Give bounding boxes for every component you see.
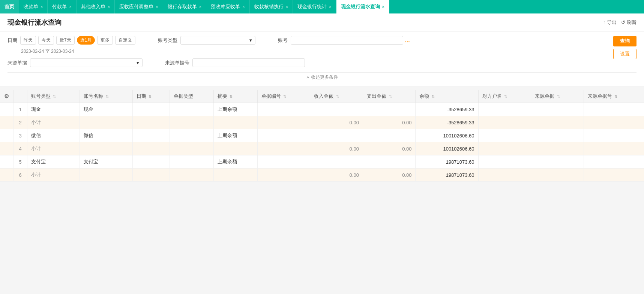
date-filter: 日期 昨天 今天 近7天 近1月 更多 自定义 (8, 36, 135, 45)
table-cell: 微信 (80, 129, 133, 142)
table-cell (132, 116, 170, 129)
table-cell (478, 155, 531, 169)
table-cell (80, 142, 133, 155)
top-nav: 首页收款单×付款单×其他收入单×应收应付调整单×银行存取款单×预收冲应收单×收款… (0, 0, 644, 13)
nav-tab[interactable]: 银行存取款单× (163, 0, 206, 13)
table-cell (213, 116, 257, 129)
table-cell (531, 142, 584, 155)
table-cell: 19871073.60 (416, 155, 478, 169)
account-dots-btn[interactable]: ... (405, 37, 410, 44)
close-tab-icon[interactable]: × (329, 4, 331, 9)
table-cell: 4 (14, 142, 27, 155)
data-table: ⚙ 账号类型 ⇅ 账号名称 ⇅ 日期 ⇅ 单据类型 摘要 ⇅ 单据编号 ⇅ 收入… (0, 90, 644, 182)
table-body: 1现金现金上期余额-3528659.332小计0.000.00-3528659.… (0, 103, 644, 182)
month1-btn[interactable]: 近1月 (77, 36, 95, 45)
table-cell: 100102606.60 (416, 129, 478, 142)
week-btn[interactable]: 近7天 (56, 36, 75, 45)
table-cell: 现金 (27, 103, 80, 116)
more-btn[interactable]: 更多 (97, 36, 113, 45)
table-cell (257, 103, 310, 116)
table-settings-icon[interactable]: ⚙ (4, 93, 9, 99)
table-cell (132, 142, 170, 155)
action-buttons: 查询 设置 (613, 36, 636, 59)
col-source-doc[interactable]: 来源单据 ⇅ (531, 90, 584, 103)
nav-tab[interactable]: 收款单× (19, 0, 48, 13)
col-summary[interactable]: 摘要 ⇅ (213, 90, 257, 103)
account-input[interactable] (291, 36, 403, 45)
table-cell (478, 142, 531, 155)
nav-tab[interactable]: 其他收入单× (77, 0, 115, 13)
col-doc-no[interactable]: 单据编号 ⇅ (257, 90, 310, 103)
export-icon: ↑ (603, 19, 606, 25)
col-account-name[interactable]: 账号名称 ⇅ (80, 90, 133, 103)
table-cell (170, 116, 213, 129)
col-counterparty[interactable]: 对方户名 ⇅ (478, 90, 531, 103)
nav-tab[interactable]: 收款核销执行× (250, 0, 293, 13)
nav-tab[interactable]: 现金银行流水查询× (336, 0, 389, 13)
nav-tab[interactable]: 应收应付调整单× (115, 0, 163, 13)
table-cell (132, 169, 170, 182)
table-cell: 0.00 (310, 142, 363, 155)
table-cell (0, 129, 14, 142)
table-cell (310, 103, 363, 116)
table-cell (531, 129, 584, 142)
settings-button[interactable]: 设置 (613, 49, 636, 59)
page-header: 现金银行流水查询 ↑ 导出 ↺ 刷新 (0, 13, 644, 31)
table-cell (0, 103, 14, 116)
col-num (14, 90, 27, 103)
table-cell (531, 116, 584, 129)
nav-tab[interactable]: 付款单× (48, 0, 76, 13)
col-balance[interactable]: 余额 ⇅ (416, 90, 478, 103)
table-cell: 19871073.60 (416, 169, 478, 182)
table-cell (584, 116, 644, 129)
col-settings[interactable]: ⚙ (0, 90, 14, 103)
table-cell (310, 155, 363, 169)
account-filter: 账号 ... (278, 36, 410, 45)
table-cell (257, 129, 310, 142)
export-button[interactable]: ↑ 导出 (603, 19, 617, 26)
close-tab-icon[interactable]: × (156, 4, 158, 9)
custom-btn[interactable]: 自定义 (115, 36, 135, 45)
table-cell (478, 103, 531, 116)
account-type-select[interactable]: ▾ (180, 36, 255, 45)
table-cell (132, 155, 170, 169)
table-area: ⚙ 账号类型 ⇅ 账号名称 ⇅ 日期 ⇅ 单据类型 摘要 ⇅ 单据编号 ⇅ 收入… (0, 90, 644, 182)
nav-tab[interactable]: 预收冲应收单× (206, 0, 249, 13)
collapse-bar[interactable]: ∧ 收起更多条件 (8, 72, 636, 82)
refresh-button[interactable]: ↺ 刷新 (621, 19, 636, 26)
table-cell (584, 129, 644, 142)
col-source-doc-no[interactable]: 来源单据号 ⇅ (584, 90, 644, 103)
table-cell (213, 169, 257, 182)
close-tab-icon[interactable]: × (242, 4, 245, 9)
account-type-filter: 账号类型 ▾ (158, 36, 255, 45)
nav-tab[interactable]: 现金银行统计× (293, 0, 336, 13)
query-button[interactable]: 查询 (613, 36, 636, 46)
yesterday-btn[interactable]: 昨天 (20, 36, 36, 45)
col-income[interactable]: 收入金额 ⇅ (310, 90, 363, 103)
nav-tab[interactable]: 首页 (0, 0, 19, 13)
table-cell (80, 169, 133, 182)
table-cell (132, 129, 170, 142)
table-cell (0, 169, 14, 182)
col-date[interactable]: 日期 ⇅ (132, 90, 170, 103)
table-cell (478, 129, 531, 142)
chevron-down-icon2: ▾ (137, 60, 139, 66)
close-tab-icon[interactable]: × (286, 4, 288, 9)
close-tab-icon[interactable]: × (69, 4, 71, 9)
table-cell (170, 103, 213, 116)
source-doc-no-input[interactable] (192, 58, 305, 67)
close-tab-icon[interactable]: × (108, 4, 110, 9)
table-row: 3微信微信上期余额100102606.60 (0, 129, 644, 142)
table-row: 4小计0.000.00100102606.60 (0, 142, 644, 155)
today-btn[interactable]: 今天 (38, 36, 54, 45)
table-row: 2小计0.000.00-3528659.33 (0, 116, 644, 129)
table-cell: -3528659.33 (416, 116, 478, 129)
refresh-icon: ↺ (621, 19, 625, 25)
close-tab-icon[interactable]: × (199, 4, 201, 9)
close-tab-icon[interactable]: × (382, 4, 384, 9)
col-account-type[interactable]: 账号类型 ⇅ (27, 90, 80, 103)
source-doc-select[interactable]: ▾ (30, 58, 143, 67)
date-range-display: 2023-02-24 至 2023-03-24 (21, 49, 74, 54)
col-expense[interactable]: 支出金额 ⇅ (363, 90, 416, 103)
close-tab-icon[interactable]: × (41, 4, 43, 9)
